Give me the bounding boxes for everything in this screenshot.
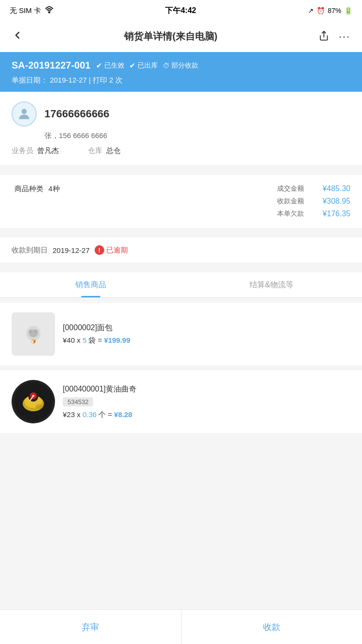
tab-sales-products[interactable]: 销售商品 — [0, 272, 181, 297]
category-stat: 商品种类 4种 — [12, 184, 60, 194]
battery-icon: 🔋 — [344, 7, 352, 14]
product-item: 🍞 [0000002]面包 ¥40 x 5 袋 = ¥199.99 — [0, 303, 362, 365]
svg-point-0 — [49, 12, 50, 13]
carrier-text: 无 SIM 卡 — [10, 6, 41, 15]
more-icon[interactable]: ··· — [339, 30, 350, 43]
due-date-value: 2019-12-27 — [53, 246, 90, 254]
product-list: 🍞 [0000002]面包 ¥40 x 5 袋 = ¥199.99 — [0, 303, 362, 433]
warehouse-meta: 仓库 总仓 — [88, 146, 121, 155]
check-icon-2: ✔ — [129, 61, 136, 70]
product-thumbnail-2 — [12, 380, 55, 423]
bottom-bar: 弃审 收款 — [0, 609, 362, 644]
deal-amount-row: 成交金额 ¥485.30 — [277, 184, 350, 193]
status-badges: ✔ 已生效 ✔ 已出库 ⏱ 部分收款 — [96, 61, 198, 70]
product-info-2: [000400001]黄油曲奇 534532 ¥23 x 0.36 个 = ¥8… — [63, 384, 350, 420]
received-amount-row: 收款金额 ¥308.95 — [277, 197, 350, 206]
reject-audit-button[interactable]: 弃审 — [0, 610, 181, 644]
product-price-1: ¥40 x 5 袋 = ¥199.99 — [63, 336, 350, 345]
alarm-icon: ⏰ — [317, 7, 325, 14]
battery-text: 87% — [328, 7, 341, 14]
status-badge-partial: ⏱ 部分收款 — [163, 61, 198, 70]
overdue-badge: ! 已逾期 — [95, 245, 128, 255]
order-header-banner: SA-20191227-001 ✔ 已生效 ✔ 已出库 ⏱ 部分收款 单据日期：… — [0, 52, 362, 92]
status-bar-left: 无 SIM 卡 — [10, 6, 54, 16]
overdue-text: 已逾期 — [106, 246, 128, 255]
customer-meta: 业务员 曾凡杰 仓库 总仓 — [12, 146, 350, 155]
separator-1 — [0, 170, 362, 175]
svg-point-2 — [22, 109, 27, 114]
status-badge-effective: ✔ 已生效 — [96, 61, 125, 70]
back-button[interactable] — [12, 29, 23, 44]
customer-avatar — [12, 101, 37, 126]
customer-phone: 17666666666 — [44, 108, 110, 120]
customer-name: 张，156 6666 6666 — [44, 131, 350, 140]
order-id: SA-20191227-001 — [12, 60, 90, 71]
svg-point-15 — [32, 395, 34, 397]
svg-point-7 — [30, 333, 36, 337]
wifi-icon — [45, 6, 54, 16]
tab-settlement[interactable]: 结算&物流等 — [181, 272, 362, 297]
share-icon[interactable] — [319, 30, 329, 43]
stats-section: 商品种类 4种 成交金额 ¥485.30 收款金额 ¥308.95 本单欠款 ¥… — [0, 175, 362, 228]
nav-actions: ··· — [319, 30, 350, 43]
customer-section: 17666666666 张，156 6666 6666 业务员 曾凡杰 仓库 总… — [0, 92, 362, 165]
order-date-line: 单据日期： 2019-12-27 | 打印 2 次 — [12, 76, 350, 85]
status-bar-right: ↗ ⏰ 87% 🔋 — [308, 7, 352, 14]
tabs-bar: 销售商品 结算&物流等 — [0, 272, 362, 298]
owed-amount-row: 本单欠款 ¥176.35 — [277, 210, 350, 218]
due-date-section: 收款到期日 2019-12-27 ! 已逾期 — [0, 238, 362, 263]
product-name-1: [0000002]面包 — [63, 323, 350, 333]
bottom-padding — [0, 438, 362, 476]
due-label: 收款到期日 — [12, 246, 48, 255]
clock-icon: ⏱ — [163, 62, 169, 70]
product-thumbnail-1: 🍞 — [12, 312, 55, 356]
nav-bar: 销货单详情(来自电脑) ··· — [0, 21, 362, 52]
product-price-2: ¥23 x 0.36 个 = ¥8.28 — [63, 410, 350, 420]
location-icon: ↗ — [308, 7, 314, 14]
svg-text:🍞: 🍞 — [31, 339, 36, 344]
svg-point-16 — [35, 404, 43, 409]
separator-2 — [0, 233, 362, 238]
check-icon-1: ✔ — [96, 61, 102, 70]
page-title: 销货单详情(来自电脑) — [124, 30, 217, 43]
status-bar-time: 下午4:42 — [165, 6, 196, 16]
sales-meta: 业务员 曾凡杰 — [12, 146, 59, 155]
collect-payment-button[interactable]: 收款 — [181, 610, 362, 644]
product-item: [000400001]黄油曲奇 534532 ¥23 x 0.36 个 = ¥8… — [0, 370, 362, 433]
stats-left: 商品种类 4种 — [12, 184, 60, 194]
product-info-1: [0000002]面包 ¥40 x 5 袋 = ¥199.99 — [63, 323, 350, 345]
status-badge-shipped: ✔ 已出库 — [129, 61, 158, 70]
overdue-warning-icon: ! — [95, 245, 104, 255]
stats-right: 成交金额 ¥485.30 收款金额 ¥308.95 本单欠款 ¥176.35 — [277, 184, 350, 218]
status-bar: 无 SIM 卡 下午4:42 ↗ ⏰ 87% 🔋 — [0, 0, 362, 21]
separator-3 — [0, 267, 362, 272]
product-name-2: [000400001]黄油曲奇 — [63, 384, 350, 394]
product-sku-2: 534532 — [63, 397, 93, 406]
